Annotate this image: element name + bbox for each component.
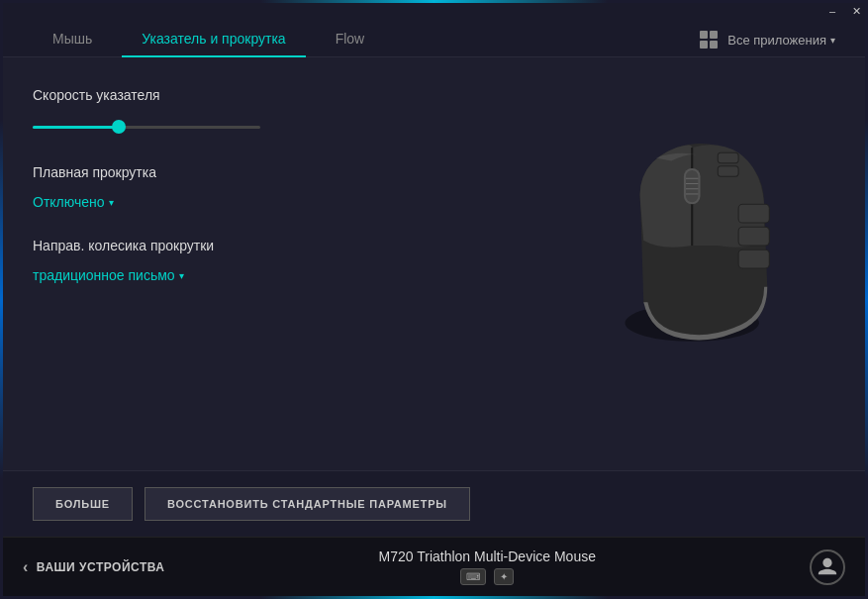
back-button[interactable]: ‹ ВАШИ УСТРОЙСТВА [23,558,164,576]
device-info: M720 Triathlon Multi-Device Mouse ⌨ ✦ [164,549,810,585]
chevron-down-icon: ▾ [830,35,835,46]
smooth-scroll-text: Отключено [33,194,105,210]
bottom-actions: БОЛЬШЕ ВОССТАНОВИТЬ СТАНДАРТНЫЕ ПАРАМЕТР… [3,470,865,537]
mouse-image [548,107,825,384]
wireless-icon: ✦ [500,571,508,582]
reset-button[interactable]: ВОССТАНОВИТЬ СТАНДАРТНЫЕ ПАРАМЕТРЫ [145,487,470,521]
tab-flow[interactable]: Flow [316,21,385,56]
svg-rect-11 [718,152,738,162]
back-arrow-icon: ‹ [23,558,29,576]
keyboard-icon: ⌨ [466,571,480,582]
grid-cell [710,31,718,39]
device-icon-keyboard: ⌨ [460,568,486,585]
scroll-dir-arrow: ▾ [179,270,184,281]
slider-fill [33,126,119,129]
more-button[interactable]: БОЛЬШЕ [33,487,133,521]
device-icons: ⌨ ✦ [164,568,810,585]
svg-rect-3 [686,170,699,202]
grid-icon[interactable] [700,31,718,49]
header: Мышь Указатель и прокрутка Flow Все прил… [3,3,865,57]
device-icon-wireless: ✦ [494,568,514,585]
app-container: Мышь Указатель и прокрутка Flow Все прил… [3,3,865,596]
device-name-text: M720 Triathlon Multi-Device Mouse [164,549,810,564]
slider-track [33,126,260,129]
user-icon [817,556,838,578]
svg-rect-9 [738,227,769,246]
tab-pointer[interactable]: Указатель и прокрутка [122,21,305,56]
back-label: ВАШИ УСТРОЙСТВА [37,560,165,574]
speed-label: Скорость указателя [33,87,835,103]
scroll-dir-text: традиционное письмо [33,267,175,283]
svg-rect-10 [738,250,769,268]
smooth-scroll-arrow: ▾ [109,197,114,208]
footer: ‹ ВАШИ УСТРОЙСТВА M720 Triathlon Multi-D… [3,537,865,596]
speed-slider-container [33,117,260,137]
user-avatar[interactable] [810,549,845,585]
tab-mouse[interactable]: Мышь [33,21,112,56]
minimize-button[interactable]: – [820,0,844,22]
apps-label[interactable]: Все приложения [727,33,826,48]
grid-cell [700,41,708,49]
grid-cell [700,31,708,39]
slider-thumb[interactable] [112,120,126,134]
close-button[interactable]: ✕ [844,0,868,22]
mouse-illustration [563,122,811,369]
svg-rect-12 [718,166,738,176]
grid-cell [710,41,718,49]
main-content: Скорость указателя Плавная прокрутка Отк… [3,57,865,470]
svg-rect-8 [738,204,769,223]
header-right: Все приложения ▾ [700,31,835,56]
window-chrome: – ✕ [820,0,868,22]
